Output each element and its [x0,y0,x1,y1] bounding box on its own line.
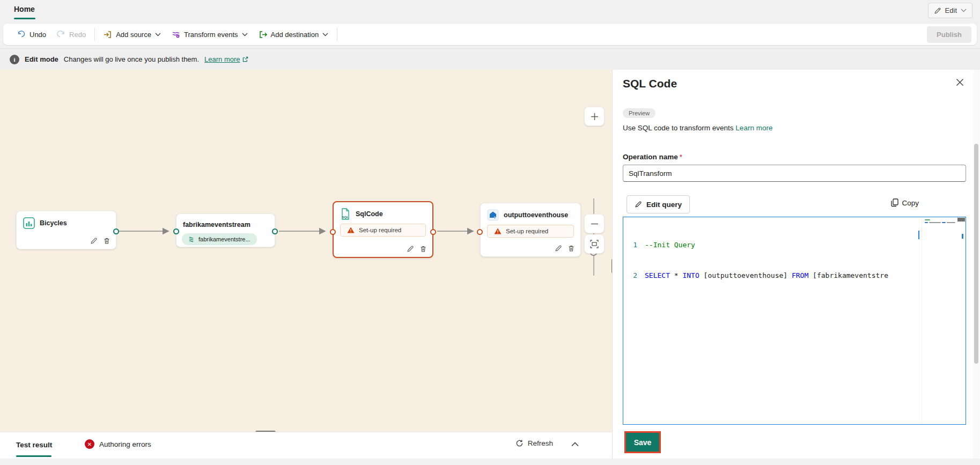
text-cursor [918,231,919,239]
zoom-in-button[interactable] [584,107,605,126]
setup-required-warning: Set-up required [340,224,426,237]
delete-node-icon[interactable] [103,237,110,245]
operation-name-input[interactable] [623,165,966,182]
node-title: outputtoeventhouse [504,211,568,219]
edit-query-button[interactable]: Edit query [627,195,690,213]
tab-test-result[interactable]: Test result [16,441,52,449]
edit-mode-dropdown[interactable]: Edit [928,3,972,18]
panel-description: Use SQL code to transform events Learn m… [623,124,772,132]
warning-label: Set-up required [359,227,401,233]
add-destination-button[interactable]: Add destination [253,26,334,42]
input-port[interactable] [173,228,179,234]
node-fabrikameventstream[interactable]: fabrikameventstream fabrikameventstre... [176,213,275,247]
edit-node-icon[interactable] [90,237,98,245]
code-lines: 1--Init Query 2SELECT * INTO [outputtoev… [623,219,920,301]
stream-pill[interactable]: fabrikameventstre... [182,233,257,245]
description-text: Use SQL code to transform events [623,124,734,132]
node-title: fabrikameventstream [183,221,250,228]
delete-node-icon[interactable] [568,245,575,252]
chevron-down-icon [322,33,328,36]
ribbon-toolbar: Undo Redo Add source Transform events [3,24,977,45]
copy-button[interactable]: Copy [891,198,919,207]
operation-name-label: Operation name* [623,153,682,161]
transform-events-label: Transform events [184,31,238,39]
save-button[interactable]: Save [626,433,659,452]
edit-node-icon[interactable] [555,245,562,252]
output-port[interactable] [113,228,119,234]
input-port[interactable] [330,229,336,235]
node-bicycles[interactable]: Bicycles [16,211,116,249]
editor-scrollbar-thumb[interactable] [957,218,965,222]
redo-label: Redo [69,31,86,39]
add-source-button[interactable]: Add source [98,26,166,42]
pencil-icon [635,201,642,208]
node-sqlcode[interactable]: SQL SqlCode Set-up required [333,201,433,258]
editor-minimap[interactable] [922,217,957,424]
pencil-icon [934,7,941,14]
bar-chart-icon [23,217,35,229]
banner-title: Edit mode [25,55,58,63]
overview-ruler-cursor-mark [962,234,963,239]
required-asterisk: * [680,153,682,161]
sql-code-editor[interactable]: 1--Init Query 2SELECT * INTO [outputtoev… [623,217,966,425]
tab-home[interactable]: Home [14,5,35,13]
learn-more-label: Learn more [204,55,240,63]
eventstream-editor: Home Edit Undo Redo [0,0,980,465]
transform-events-button[interactable]: Transform events [166,26,253,42]
refresh-label: Refresh [528,439,553,447]
eventhouse-icon [487,209,499,221]
sql-document-icon: SQL [340,208,351,220]
bottom-panel-bar: Test result ✕ Authoring errors Refresh [0,432,612,459]
refresh-button[interactable]: Refresh [515,439,553,447]
chevron-down-icon [242,33,248,36]
authoring-errors-label: Authoring errors [99,440,151,448]
preview-badge: Preview [623,108,655,118]
output-port[interactable] [430,229,436,235]
top-tab-strip: Home Edit [0,0,980,21]
publish-button[interactable]: Publish [927,26,971,43]
eventstream-canvas[interactable]: Bicycles fabrikameventstream fab [0,70,612,432]
undo-label: Undo [30,31,46,39]
tab-authoring-errors[interactable]: ✕ Authoring errors [85,439,151,449]
sql-code-panel: SQL Code Preview Use SQL code to transfo… [612,70,980,459]
panel-scrollbar-thumb[interactable] [974,144,978,364]
stream-icon [188,236,195,242]
undo-icon [17,31,26,38]
transform-events-icon [172,31,180,39]
tab-test-result-underline [16,455,51,457]
edit-mode-label: Edit [945,6,957,14]
redo-button[interactable]: Redo [51,26,91,42]
close-icon[interactable] [956,78,964,86]
save-button-highlight: Save [624,431,661,453]
collapse-panel-chevron-up-icon[interactable] [571,442,579,447]
panel-learn-more-link[interactable]: Learn more [735,124,772,132]
panel-title: SQL Code [623,77,677,90]
edit-query-label: Edit query [646,201,682,209]
chevron-down-icon [961,9,967,12]
external-link-icon [242,56,248,62]
node-outputtoeventhouse[interactable]: outputtoeventhouse Set-up required [480,203,581,257]
zoom-out-button[interactable] [584,214,605,233]
undo-button[interactable]: Undo [12,26,51,42]
copy-icon [891,198,898,207]
fit-to-screen-button[interactable] [584,234,605,254]
delete-node-icon[interactable] [419,245,427,253]
node-title: Bicycles [40,219,67,227]
edit-node-icon[interactable] [407,245,414,253]
output-port[interactable] [272,228,278,234]
setup-required-warning: Set-up required [487,225,574,238]
input-port[interactable] [477,229,483,235]
tab-home-underline [14,18,35,19]
edit-mode-banner: i Edit mode Changes will go live once yo… [0,48,980,70]
stream-pill-label: fabrikameventstre... [198,236,250,242]
toolbar-separator [337,28,337,41]
banner-learn-more-link[interactable]: Learn more [204,55,248,63]
add-source-icon [104,31,112,39]
add-destination-icon [259,31,267,39]
panel-scrollbar-track[interactable] [974,70,979,459]
copy-label: Copy [902,199,919,207]
footer-strip [0,459,980,465]
add-destination-label: Add destination [271,31,319,39]
svg-text:SQL: SQL [342,216,349,219]
add-source-label: Add source [116,31,151,39]
